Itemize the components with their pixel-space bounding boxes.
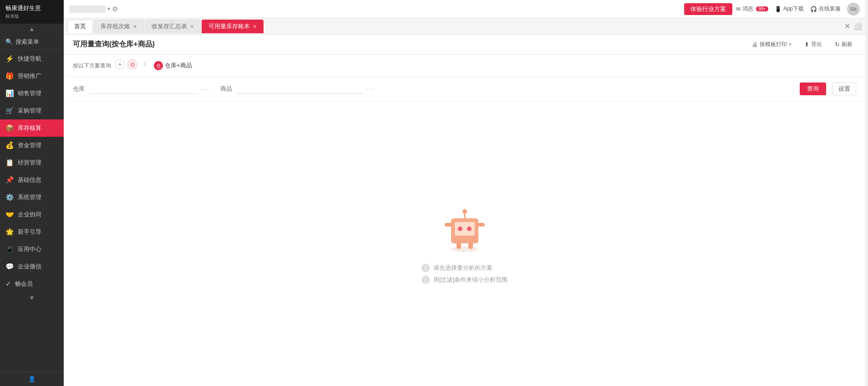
- close-all-icon[interactable]: ✕: [844, 22, 850, 31]
- sidebar-item-finance[interactable]: 💰 资金管理: [0, 137, 64, 154]
- step-2-num: 2: [421, 276, 430, 284]
- sidebar-item-label: 营销推广: [18, 72, 41, 80]
- svg-point-4: [467, 226, 472, 231]
- maximize-icon[interactable]: ⬜: [854, 23, 862, 30]
- query-area: 仓库 ··· 商品 ··· 查询 设置: [64, 77, 865, 101]
- sidebar-item-quick-nav[interactable]: ⚡ 快捷导航: [0, 50, 64, 67]
- app-download-icon: 📱: [775, 6, 782, 12]
- svg-rect-2: [455, 222, 475, 236]
- tab-available-account[interactable]: 可用量库存账本 ✕: [202, 20, 264, 33]
- sidebar-item-guide[interactable]: 🌟 新手引导: [0, 223, 64, 241]
- sidebar-item-member[interactable]: ✓ 畅会员: [0, 275, 64, 293]
- query-settings-button[interactable]: 设置: [832, 82, 856, 95]
- page-title: 可用量查询(按仓库+商品): [73, 40, 155, 49]
- settings-icon[interactable]: ⚙: [112, 5, 118, 13]
- empty-step-1: 1 请先选择要分析的方案: [421, 264, 508, 272]
- sidebar-item-basic[interactable]: 📌 基础信息: [0, 171, 64, 189]
- export-label: 导出: [811, 41, 822, 48]
- refresh-btn[interactable]: ↻ 刷新: [831, 39, 856, 50]
- sidebar-bottom[interactable]: 👤: [0, 371, 64, 386]
- product-input[interactable]: [236, 84, 363, 94]
- query-button[interactable]: 查询: [800, 82, 826, 95]
- online-service-btn[interactable]: 🎧 在线客服: [810, 5, 841, 13]
- sidebar-item-purchase[interactable]: 🛒 采购管理: [0, 102, 64, 119]
- breadcrumb-dropdown[interactable]: ▾: [107, 6, 110, 12]
- sidebar-item-app-center[interactable]: 📱 应用中心: [0, 241, 64, 258]
- print-dropdown-icon[interactable]: ▾: [789, 41, 792, 47]
- close-tab-available-account[interactable]: ✕: [253, 24, 257, 29]
- wechat-icon: 💬: [5, 262, 14, 271]
- basic-icon: 📌: [5, 176, 14, 184]
- operations-icon: 📋: [5, 159, 14, 167]
- sidebar-item-label: 企业微信: [18, 262, 41, 271]
- warehouse-label: 仓库: [73, 85, 85, 93]
- collapse-btn[interactable]: 《: [140, 60, 147, 68]
- sidebar-search[interactable]: 🔍 搜索菜单: [0, 34, 64, 50]
- scheme-settings-btn[interactable]: ⊙: [127, 59, 137, 69]
- tab-home[interactable]: 首页: [67, 20, 93, 33]
- sidebar-item-operations[interactable]: 📋 经营管理: [0, 154, 64, 171]
- sidebar-item-label: 经营管理: [18, 159, 41, 167]
- close-tab-receipt-summary[interactable]: ✕: [190, 24, 194, 29]
- sidebar-item-label: 应用中心: [18, 245, 41, 253]
- print-label: 按模板打印: [760, 41, 787, 48]
- filter-label: 按以下方案查询: [73, 59, 111, 70]
- purchase-icon: 🛒: [5, 107, 14, 115]
- topbar: ▾ ⚙ 体验行业方案 ✉ 消息 99+ 📱 App下载 🎧 在线客服 Rit: [64, 0, 865, 18]
- warehouse-input[interactable]: [88, 84, 198, 94]
- scheme-icon: 仓: [154, 61, 163, 70]
- finance-icon: 💰: [5, 141, 14, 149]
- sidebar-item-sales[interactable]: 📊 销售管理: [0, 85, 64, 102]
- sidebar-search-label: 搜索菜单: [15, 38, 39, 46]
- tab-receipt-summary-label: 收发存汇总表: [152, 22, 187, 31]
- sidebar-item-label: 企业协同: [18, 211, 41, 219]
- sidebar-item-system[interactable]: ⚙️ 系统管理: [0, 189, 64, 206]
- sidebar-item-inventory[interactable]: 📦 库存核算: [0, 119, 64, 137]
- sidebar-item-wechat[interactable]: 💬 企业微信: [0, 258, 64, 275]
- print-btn[interactable]: 🖨 按模板打印 ▾: [748, 39, 795, 50]
- svg-rect-7: [457, 242, 461, 249]
- sidebar-item-label: 系统管理: [18, 193, 41, 201]
- warehouse-field: 仓库 ···: [73, 84, 209, 94]
- right-scrollbar[interactable]: [865, 0, 868, 386]
- app-download-btn[interactable]: 📱 App下载: [775, 5, 804, 13]
- sidebar-scroll-up[interactable]: ▲: [0, 24, 64, 34]
- step-2-text: 用[过滤]条件来缩小分析范围: [433, 276, 508, 284]
- print-icon: 🖨: [752, 41, 758, 48]
- sidebar-item-label: 采购管理: [18, 107, 41, 115]
- export-btn[interactable]: ⬆ 导出: [801, 39, 826, 50]
- add-scheme-btn[interactable]: ＋: [115, 59, 125, 69]
- filter-controls: ＋ ⊙ 《: [115, 59, 147, 69]
- tab-receipt-summary[interactable]: 收发存汇总表 ✕: [145, 20, 201, 33]
- svg-point-6: [462, 209, 467, 214]
- sidebar-scroll-down[interactable]: ▼: [0, 293, 64, 303]
- filter-section: 按以下方案查询 ＋ ⊙ 《 仓 仓库+商品: [64, 55, 865, 77]
- quick-nav-icon: ⚡: [5, 55, 14, 63]
- version-badge: 标准版: [5, 13, 58, 19]
- message-badge: 99+: [756, 6, 768, 11]
- tab-home-label: 首页: [74, 22, 86, 31]
- user-profile[interactable]: Rit: [847, 3, 860, 15]
- trial-btn[interactable]: 体验行业方案: [684, 3, 732, 15]
- system-icon: ⚙️: [5, 193, 14, 201]
- product-dots[interactable]: ···: [367, 85, 375, 93]
- member-icon: ✓: [5, 280, 11, 288]
- sidebar-item-label: 畅会员: [15, 280, 33, 288]
- sales-icon: 📊: [5, 89, 14, 98]
- message-btn[interactable]: ✉ 消息 99+: [736, 5, 768, 13]
- page-actions: 🖨 按模板打印 ▾ ⬆ 导出 ↻ 刷新: [748, 39, 856, 50]
- headset-icon: 🎧: [810, 6, 817, 12]
- message-label: 消息: [742, 5, 753, 13]
- topbar-icon-group: ✉ 消息 99+ 📱 App下载 🎧 在线客服 Rit: [736, 3, 860, 15]
- empty-text: 1 请先选择要分析的方案 2 用[过滤]条件来缩小分析范围: [421, 264, 508, 288]
- sidebar-item-enterprise[interactable]: 🤝 企业协同: [0, 206, 64, 223]
- warehouse-dots[interactable]: ···: [201, 85, 209, 93]
- sidebar-item-marketing[interactable]: 🎁 营销推广: [0, 67, 64, 85]
- empty-step-2: 2 用[过滤]条件来缩小分析范围: [421, 276, 508, 284]
- sidebar-item-label: 快捷导航: [18, 55, 41, 63]
- tab-batch-account[interactable]: 库存批次账 ✕: [94, 20, 144, 33]
- scheme-item[interactable]: 仓 仓库+商品: [150, 59, 196, 72]
- app-download-label: App下载: [783, 5, 804, 13]
- close-tab-batch-account[interactable]: ✕: [133, 24, 137, 29]
- svg-rect-8: [468, 242, 473, 249]
